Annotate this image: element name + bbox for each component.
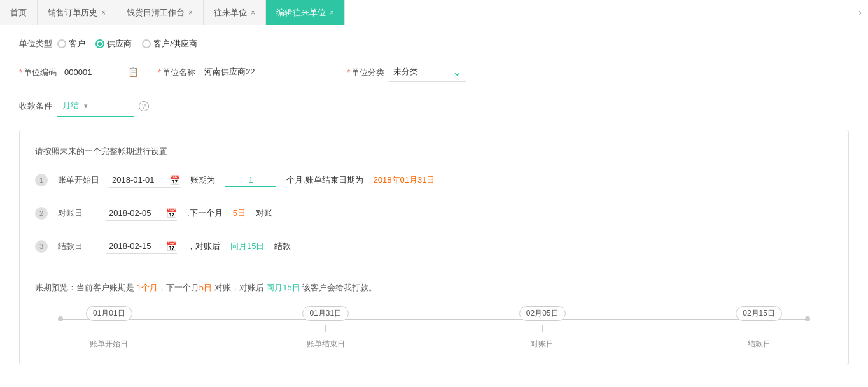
payment-dropdown-icon: ▾ — [84, 102, 88, 110]
payment-suffix: 结款 — [274, 241, 291, 252]
unit-code-label: 单位编码 — [19, 67, 57, 78]
payment-prefix: ，对账后 — [187, 241, 220, 252]
row-number-3: 3 — [35, 240, 48, 253]
payment-condition-group: 收款条件 月结 ▾ ? — [19, 95, 149, 117]
tab-counterpart[interactable]: 往来单位 × — [204, 0, 266, 25]
preview-text: 账期预览：当前客户账期是 1个月，下一个月5日 对账，对账后 同月15日 该客户… — [35, 282, 833, 293]
start-date-input: 📅 — [109, 172, 180, 188]
start-date-field[interactable] — [109, 172, 167, 187]
unit-category-label: 单位分类 — [347, 67, 384, 78]
tab-edit-label: 编辑往来单位 — [276, 7, 326, 18]
reconcile-date-calendar-icon[interactable]: 📅 — [166, 208, 177, 218]
timeline-point-3: 02月15日 结款日 — [736, 306, 782, 349]
unit-type-row: 单位类型 客户 供应商 客户/供应商 — [19, 38, 849, 50]
payment-date-calendar-icon[interactable]: 📅 — [166, 241, 177, 251]
period-input[interactable] — [225, 174, 276, 187]
timeline-point-1: 01月31日 账单结束日 — [302, 306, 349, 349]
payment-condition-label: 收款条件 — [19, 101, 52, 112]
row-number-1: 1 — [35, 174, 48, 186]
setting-row-3: 3 结款日 📅 ，对账后 同月15日 结款 — [35, 239, 833, 254]
unit-code-input-wrapper: 📋 — [62, 65, 139, 80]
row-number-2: 2 — [35, 207, 48, 220]
row-2-label: 对账日 — [58, 208, 96, 219]
end-date-highlight: 2018年01月31日 — [374, 174, 435, 186]
unit-code-icon[interactable]: 📋 — [128, 67, 139, 77]
timeline-point-2: 02月05日 对账日 — [519, 306, 566, 349]
tab-edit-counterpart[interactable]: 编辑往来单位 × — [266, 0, 345, 25]
payment-date-field[interactable] — [106, 239, 164, 253]
radio-both[interactable]: 客户/供应商 — [142, 38, 197, 50]
tab-home[interactable]: 首页 — [0, 0, 38, 25]
timeline-badge-3: 02月15日 — [736, 306, 782, 321]
row-1-label: 账单开始日 — [58, 174, 99, 186]
timeline-label-1: 账单结束日 — [307, 339, 345, 349]
timeline-points: 01月01日 账单开始日 01月31日 账单结束日 02月05日 对账日 — [60, 306, 808, 349]
help-icon[interactable]: ? — [139, 101, 149, 111]
timeline-label-0: 账单开始日 — [90, 339, 128, 349]
reconcile-date-field[interactable] — [106, 206, 164, 220]
settings-title: 请按照未来的一个完整帐期进行设置 — [35, 146, 833, 157]
payment-day-highlight: 同月15日 — [230, 241, 264, 252]
reconcile-prefix: ,下一个月 — [187, 208, 223, 219]
tab-bar: 首页 销售订单历史 × 钱货日清工作台 × 往来单位 × 编辑往来单位 × › — [0, 0, 868, 25]
tab-cash-ledger[interactable]: 钱货日清工作台 × — [116, 0, 204, 25]
tab-counterpart-label: 往来单位 — [214, 7, 247, 18]
timeline-wrapper: 01月01日 账单开始日 01月31日 账单结束日 02月05日 对账日 — [35, 306, 833, 349]
setting-row-2: 2 对账日 📅 ,下一个月5日 对账 — [35, 206, 833, 221]
radio-customer[interactable]: 客户 — [57, 38, 85, 50]
unit-category-group: 单位分类 未分类 ⌄ — [347, 62, 466, 82]
main-content: 单位类型 客户 供应商 客户/供应商 单位编码 — [0, 25, 868, 387]
timeline-vline-3 — [759, 325, 759, 332]
radio-both-circle — [142, 39, 151, 48]
radio-customer-circle — [57, 39, 66, 48]
reconcile-day-highlight: 5日 — [233, 208, 246, 219]
timeline-vline-0 — [109, 325, 109, 332]
radio-customer-label: 客户 — [69, 38, 85, 50]
unit-info-row: 单位编码 📋 单位名称 单位分类 未分类 ⌄ — [19, 62, 849, 82]
payment-condition-value: 月结 — [60, 97, 81, 114]
timeline-vline-2 — [542, 325, 543, 332]
tab-scroll-arrow[interactable]: › — [852, 0, 868, 25]
period-prefix: 账期为 — [190, 174, 215, 186]
radio-both-label: 客户/供应商 — [153, 38, 197, 50]
radio-supplier-label: 供应商 — [107, 38, 132, 50]
category-dropdown-icon: ⌄ — [452, 65, 462, 79]
start-date-calendar-icon[interactable]: 📅 — [169, 175, 180, 185]
timeline-point-0: 01月01日 账单开始日 — [86, 306, 132, 349]
unit-category-select[interactable]: 未分类 ⌄ — [389, 62, 466, 82]
unit-type-group: 单位类型 客户 供应商 客户/供应商 — [19, 38, 197, 50]
settings-box: 请按照未来的一个完整帐期进行设置 1 账单开始日 📅 账期为 个月,账单结束日期… — [19, 130, 849, 365]
tab-cash-close-icon[interactable]: × — [188, 8, 193, 17]
reconcile-suffix: 对账 — [256, 208, 272, 219]
tab-counterpart-close-icon[interactable]: × — [251, 8, 255, 17]
unit-name-input[interactable] — [200, 65, 328, 80]
tab-edit-close-icon[interactable]: × — [330, 8, 334, 17]
timeline-badge-0: 01月01日 — [86, 306, 132, 321]
tab-sales-label: 销售订单历史 — [48, 7, 97, 18]
timeline-label-3: 结款日 — [748, 339, 771, 349]
reconcile-date-input: 📅 — [106, 206, 177, 221]
timeline-badge-2: 02月05日 — [519, 306, 566, 321]
payment-date-input: 📅 — [106, 239, 177, 254]
timeline-vline-1 — [325, 325, 326, 332]
tab-home-label: 首页 — [10, 7, 27, 18]
row-3-label: 结款日 — [58, 241, 96, 252]
unit-code-group: 单位编码 📋 — [19, 65, 139, 80]
tab-sales-order[interactable]: 销售订单历史 × — [38, 0, 116, 25]
unit-category-value: 未分类 — [393, 66, 418, 78]
unit-type-label: 单位类型 — [19, 38, 52, 50]
unit-code-input[interactable] — [62, 65, 125, 80]
radio-supplier-circle — [95, 39, 104, 48]
radio-supplier[interactable]: 供应商 — [95, 38, 132, 50]
period-suffix-1: 个月,账单结束日期为 — [286, 174, 363, 186]
payment-condition-select[interactable]: 月结 ▾ — [57, 95, 134, 117]
radio-group: 客户 供应商 客户/供应商 — [57, 38, 197, 50]
payment-condition-row: 收款条件 月结 ▾ ? — [19, 95, 849, 117]
tab-sales-close-icon[interactable]: × — [101, 8, 106, 17]
setting-row-1: 1 账单开始日 📅 账期为 个月,账单结束日期为 2018年01月31日 — [35, 172, 833, 188]
timeline-badge-1: 01月31日 — [302, 306, 349, 321]
tab-cash-label: 钱货日清工作台 — [127, 7, 185, 18]
preview-section: 账期预览：当前客户账期是 1个月，下一个月5日 对账，对账后 同月15日 该客户… — [35, 272, 833, 349]
unit-name-label: 单位名称 — [158, 67, 195, 78]
timeline-label-2: 对账日 — [531, 339, 554, 349]
